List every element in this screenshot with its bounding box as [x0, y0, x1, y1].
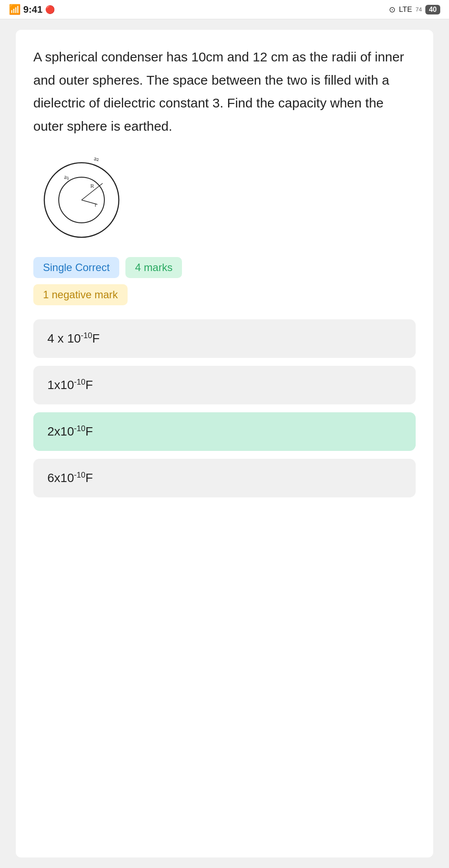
svg-text:R: R — [90, 182, 94, 189]
network-strength: 74 — [416, 6, 422, 13]
tags-row: Single Correct 4 marks — [33, 257, 416, 278]
status-left: 📶 9:41 🔴 — [9, 4, 55, 15]
tag-marks: 4 marks — [125, 257, 182, 278]
question-text: A spherical condenser has 10cm and 12 cm… — [33, 46, 416, 138]
option-D[interactable]: 6x10-10F — [33, 459, 416, 497]
status-right: ⊙ LTE 74 40 — [389, 5, 440, 14]
signal-icon: 📶 — [9, 4, 21, 15]
option-A[interactable]: 4 x 10-10F — [33, 319, 416, 358]
option-C-text: 2x10-10F — [47, 425, 93, 439]
option-B[interactable]: 1x10-10F — [33, 366, 416, 404]
options-list: 4 x 10-10F 1x10-10F 2x10-10F 6x10-10F — [33, 319, 416, 497]
lte-label: LTE — [399, 5, 412, 14]
tag-negative-mark: 1 negative mark — [33, 284, 128, 305]
option-D-text: 6x10-10F — [47, 471, 93, 485]
tag-single-correct: Single Correct — [33, 257, 119, 278]
option-A-sup: -10 — [81, 331, 92, 340]
recording-icon: 🔴 — [45, 5, 55, 14]
signal-icon-right: ⊙ — [389, 5, 396, 14]
svg-text:a₁: a₁ — [64, 174, 69, 180]
time-display: 9:41 — [23, 4, 43, 15]
spherical-condenser-diagram: a₂ a₁ R r — [38, 152, 125, 239]
option-A-text: 4 x 10-10F — [47, 332, 100, 346]
svg-text:r: r — [95, 201, 97, 208]
question-card: A spherical condenser has 10cm and 12 cm… — [16, 30, 433, 857]
option-D-sup: -10 — [74, 471, 86, 479]
tags-row-2: 1 negative mark — [33, 284, 416, 305]
diagram-container: a₂ a₁ R r — [38, 152, 416, 239]
option-C-sup: -10 — [74, 424, 86, 433]
option-C[interactable]: 2x10-10F — [33, 412, 416, 451]
status-bar: 📶 9:41 🔴 ⊙ LTE 74 40 — [0, 0, 449, 19]
svg-text:a₂: a₂ — [94, 155, 99, 162]
option-B-sup: -10 — [74, 378, 86, 386]
battery-indicator: 40 — [425, 5, 440, 14]
option-B-text: 1x10-10F — [47, 378, 93, 392]
